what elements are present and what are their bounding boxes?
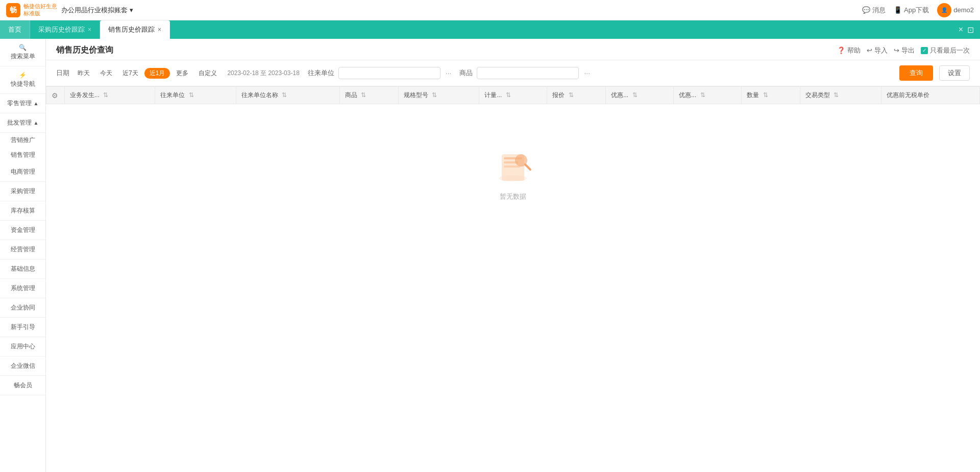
sidebar-item-apps[interactable]: 应用中心 bbox=[0, 337, 45, 357]
sidebar-item-member[interactable]: 畅会员 bbox=[0, 376, 45, 395]
tab-purchase-label: 采购历史价跟踪 bbox=[38, 25, 85, 34]
user-menu[interactable]: 👤 demo2 bbox=[937, 3, 974, 17]
date-more[interactable]: 更多 bbox=[172, 68, 192, 79]
page-title: 销售历史价查询 bbox=[56, 45, 113, 56]
help-button[interactable]: ❓ 帮助 bbox=[837, 46, 861, 55]
empty-icon bbox=[493, 145, 533, 186]
table-header: ⚙ 业务发生... ⇅ 往来单位 ⇅ 往来单位名称 ⇅ bbox=[46, 87, 980, 104]
th-discount2: 优惠... ⇅ bbox=[674, 87, 742, 104]
product-filter-group: 商品 ··· bbox=[459, 67, 590, 79]
sidebar-item-coop[interactable]: 企业协同 bbox=[0, 298, 45, 318]
sidebar-item-wechat[interactable]: 企业微信 bbox=[0, 357, 45, 376]
tab-sales[interactable]: 销售历史价跟踪 × bbox=[100, 20, 170, 39]
date-buttons: 昨天 今天 近7天 近1月 更多 自定义 bbox=[74, 68, 221, 79]
mobile-icon: 📱 bbox=[894, 6, 902, 14]
chevron-up-icon: ▲ bbox=[34, 101, 39, 106]
th-unit: 计量... ⇅ bbox=[479, 87, 547, 104]
sidebar-item-wholesale[interactable]: 批发管理 ▲ bbox=[0, 113, 45, 133]
th-discount1: 优惠... ⇅ bbox=[606, 87, 674, 104]
data-table: ⚙ 业务发生... ⇅ 往来单位 ⇅ 往来单位名称 ⇅ bbox=[46, 86, 980, 104]
logo-area: 畅 畅捷信好生意 标准版 bbox=[6, 3, 57, 17]
column-settings-button[interactable]: ⚙ bbox=[52, 91, 58, 100]
avatar: 👤 bbox=[937, 3, 951, 17]
logo-text: 畅捷信好生意 标准版 bbox=[23, 3, 57, 16]
import-button[interactable]: ↩ 导入 bbox=[867, 46, 888, 55]
sort-icon-partner-code[interactable]: ⇅ bbox=[189, 91, 194, 99]
date-today[interactable]: 今天 bbox=[96, 68, 116, 79]
sort-icon-unit[interactable]: ⇅ bbox=[506, 91, 511, 99]
sort-icon-price[interactable]: ⇅ bbox=[569, 91, 574, 99]
th-pretax-price: 优惠前无税单价 bbox=[881, 87, 979, 104]
svg-line-6 bbox=[525, 164, 530, 170]
main-layout: 🔍 搜索菜单 ⚡ 快捷导航 零售管理 ▲ 批发管理 ▲ 营销推广 销售管理 电商… bbox=[0, 39, 980, 472]
date-range-display: 2023-02-18 至 2023-03-18 bbox=[227, 69, 299, 78]
date-1month[interactable]: 近1月 bbox=[144, 68, 170, 79]
import-icon: ↩ bbox=[867, 46, 872, 54]
sidebar-item-finance[interactable]: 资金管理 bbox=[0, 221, 45, 240]
th-quantity: 数量 ⇅ bbox=[742, 87, 800, 104]
app-download-button[interactable]: 📱 App下载 bbox=[894, 6, 929, 15]
th-price: 报价 ⇅ bbox=[547, 87, 606, 104]
sort-icon-trade-type[interactable]: ⇅ bbox=[834, 91, 839, 99]
sidebar-item-purchase[interactable]: 采购管理 bbox=[0, 182, 45, 201]
tab-purchase[interactable]: 采购历史价跟踪 × bbox=[30, 20, 100, 39]
query-button[interactable]: 查询 bbox=[899, 65, 933, 81]
product-input[interactable] bbox=[477, 67, 579, 79]
sort-icon-discount2[interactable]: ⇅ bbox=[700, 91, 705, 99]
top-bar-right: 💬 消息 📱 App下载 👤 demo2 bbox=[862, 3, 974, 17]
filter-bar: 日期 昨天 今天 近7天 近1月 更多 自定义 2023-02-18 至 202… bbox=[46, 60, 980, 86]
restore-window-button[interactable]: ⊡ bbox=[967, 25, 974, 35]
company-dropdown[interactable]: 办公用品行业模拟账套 ▾ bbox=[61, 6, 133, 15]
th-product: 商品 ⇅ bbox=[339, 87, 398, 104]
sidebar-item-search[interactable]: 🔍 搜索菜单 bbox=[0, 39, 45, 66]
date-yesterday[interactable]: 昨天 bbox=[74, 68, 94, 79]
page-actions: ❓ 帮助 ↩ 导入 ↪ 导出 ✓ 只看最后一次 bbox=[837, 46, 970, 55]
top-bar-left: 畅 畅捷信好生意 标准版 办公用品行业模拟账套 ▾ bbox=[6, 3, 133, 17]
tab-window-actions: × ⊡ bbox=[959, 25, 980, 35]
th-biz-date: 业务发生... ⇅ bbox=[65, 87, 155, 104]
sidebar-item-marketing[interactable]: 营销推广 bbox=[0, 133, 45, 148]
export-button[interactable]: ↪ 导出 bbox=[894, 46, 915, 55]
help-icon: ❓ bbox=[837, 46, 845, 54]
sidebar-item-system[interactable]: 系统管理 bbox=[0, 279, 45, 298]
sort-icon-spec[interactable]: ⇅ bbox=[432, 91, 437, 99]
tab-sales-close[interactable]: × bbox=[158, 26, 161, 33]
th-partner-code: 往来单位 ⇅ bbox=[155, 87, 236, 104]
chevron-up-icon-2: ▲ bbox=[34, 120, 39, 126]
sidebar-item-guide[interactable]: 新手引导 bbox=[0, 318, 45, 337]
last-only-checkbox[interactable]: ✓ 只看最后一次 bbox=[921, 46, 970, 55]
sort-icon-product[interactable]: ⇅ bbox=[361, 91, 366, 99]
tab-home[interactable]: 首页 bbox=[0, 20, 30, 39]
empty-text: 暂无数据 bbox=[500, 192, 526, 201]
empty-state: 暂无数据 bbox=[46, 104, 980, 242]
content-area: 销售历史价查询 ❓ 帮助 ↩ 导入 ↪ 导出 ✓ 只看最后一次 bbox=[46, 39, 980, 472]
export-icon: ↪ bbox=[894, 46, 899, 54]
partner-more-icon[interactable]: ··· bbox=[446, 69, 452, 77]
sidebar-item-shortcut[interactable]: ⚡ 快捷导航 bbox=[0, 66, 45, 94]
sidebar-item-ecom[interactable]: 电商管理 bbox=[0, 162, 45, 182]
date-7days[interactable]: 近7天 bbox=[118, 68, 142, 79]
settings-button[interactable]: 设置 bbox=[939, 65, 970, 81]
page-header: 销售历史价查询 ❓ 帮助 ↩ 导入 ↪ 导出 ✓ 只看最后一次 bbox=[46, 39, 980, 60]
sidebar-item-sales-mgmt[interactable]: 销售管理 bbox=[0, 148, 45, 162]
sort-icon-discount1[interactable]: ⇅ bbox=[632, 91, 638, 99]
tab-purchase-close[interactable]: × bbox=[88, 26, 91, 33]
tab-home-label: 首页 bbox=[8, 25, 21, 34]
sort-icon-quantity[interactable]: ⇅ bbox=[763, 91, 768, 99]
chevron-down-icon: ▾ bbox=[130, 6, 133, 14]
sort-icon-biz-date[interactable]: ⇅ bbox=[103, 91, 108, 99]
tab-bar: 首页 采购历史价跟踪 × 销售历史价跟踪 × × ⊡ bbox=[0, 20, 980, 39]
message-button[interactable]: 💬 消息 bbox=[862, 6, 886, 15]
sidebar: 🔍 搜索菜单 ⚡ 快捷导航 零售管理 ▲ 批发管理 ▲ 营销推广 销售管理 电商… bbox=[0, 39, 46, 472]
partner-input[interactable] bbox=[338, 67, 440, 79]
sidebar-item-basic[interactable]: 基础信息 bbox=[0, 259, 45, 279]
product-label: 商品 bbox=[459, 68, 473, 78]
product-more-icon[interactable]: ··· bbox=[584, 69, 590, 77]
sort-icon-partner-name[interactable]: ⇅ bbox=[282, 91, 287, 99]
date-custom[interactable]: 自定义 bbox=[194, 68, 221, 79]
partner-filter-group: 往来单位 ··· bbox=[308, 67, 452, 79]
sidebar-item-inventory[interactable]: 库存核算 bbox=[0, 201, 45, 221]
close-window-button[interactable]: × bbox=[959, 25, 963, 34]
sidebar-item-operation[interactable]: 经营管理 bbox=[0, 240, 45, 259]
sidebar-item-retail[interactable]: 零售管理 ▲ bbox=[0, 94, 45, 113]
